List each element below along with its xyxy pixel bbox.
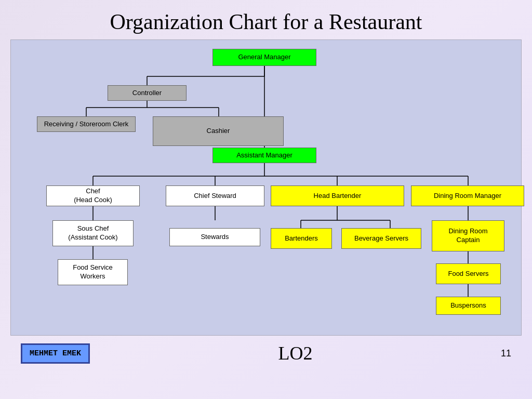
head-bartender-box: Head Bartender [271, 185, 404, 206]
food-service-workers-box: Food Service Workers [58, 259, 128, 285]
food-servers-box: Food Servers [436, 263, 501, 284]
dining-room-manager-box: Dining Room Manager [411, 185, 524, 206]
cashier-box: Cashier [153, 116, 284, 146]
general-manager-box: General Manager [212, 49, 316, 66]
stewards-box: Stewards [169, 228, 260, 246]
author-box: MEHMET EMEK [21, 343, 90, 364]
lo2-label: LO2 [278, 342, 313, 364]
bartenders-box: Bartenders [271, 228, 332, 249]
chef-box: Chef (Head Cook) [46, 185, 140, 206]
dining-room-captain-box: Dining Room Captain [432, 220, 504, 251]
receiving-clerk-box: Receiving / Storeroom Clerk [37, 116, 136, 132]
beverage-servers-box: Beverage Servers [341, 228, 421, 249]
sous-chef-box: Sous Chef (Assistant Cook) [52, 220, 134, 246]
chart-container: General Manager Controller Receiving / S… [10, 39, 522, 336]
page-number: 11 [501, 348, 511, 359]
controller-box: Controller [108, 85, 187, 101]
page-title: Organization Chart for a Restaurant [0, 0, 532, 39]
chief-steward-box: Chief Steward [166, 185, 264, 206]
assistant-manager-box: Assistant Manager [212, 148, 316, 163]
buspersons-box: Buspersons [436, 297, 501, 315]
